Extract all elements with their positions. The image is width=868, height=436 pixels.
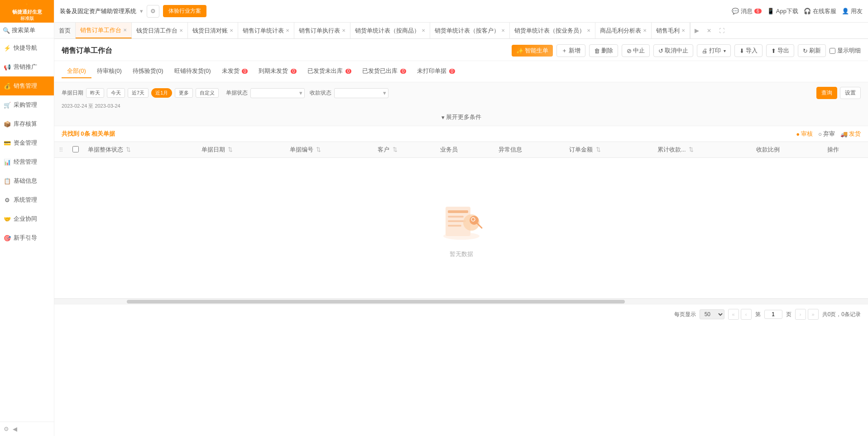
next-page-btn[interactable]: › bbox=[795, 309, 806, 320]
reset-btn[interactable]: 设置 bbox=[840, 87, 861, 99]
sidebar-item-basic-info[interactable]: 📋 基础信息 bbox=[0, 171, 54, 190]
filter-tab-pending-inspect-label: 待拣验货(0) bbox=[133, 67, 163, 74]
show-detail-checkbox[interactable]: 显示明细 bbox=[830, 47, 861, 55]
last-page-btn[interactable]: » bbox=[808, 309, 819, 320]
horizontal-scrollbar[interactable] bbox=[54, 299, 868, 304]
date-btn-yesterday[interactable]: 昨天 bbox=[86, 88, 104, 98]
col-number-label: 单据编号 bbox=[290, 146, 313, 153]
export-btn[interactable]: ⬆ 导出 bbox=[766, 44, 794, 57]
filter-tab-wangpu[interactable]: 旺铺待发货(0) bbox=[169, 65, 216, 78]
first-page-btn[interactable]: « bbox=[728, 309, 739, 320]
delete-btn[interactable]: 🗑 删除 bbox=[589, 44, 618, 57]
col-number-sort[interactable]: ⇅ bbox=[316, 146, 321, 153]
sidebar-item-sales[interactable]: 💰 销售管理 bbox=[0, 76, 54, 95]
col-amount-sort[interactable]: ⇅ bbox=[596, 146, 601, 153]
sidebar-item-guide[interactable]: 🎯 新手引导 bbox=[0, 228, 54, 247]
filter-tab-shipped-not-out[interactable]: 已发货未出库 0 bbox=[302, 65, 357, 78]
tab-reconcile[interactable]: 钱货日清对账 ✕ bbox=[188, 23, 238, 38]
print-btn[interactable]: 🖨 打印 ▾ bbox=[697, 44, 731, 57]
tab-margin-analysis-close[interactable]: ✕ bbox=[643, 28, 647, 33]
tab-home[interactable]: 首页 bbox=[54, 23, 76, 38]
overdue-unshipped-badge: 0 bbox=[291, 69, 297, 74]
tab-fullscreen-btn[interactable]: ⛶ bbox=[715, 23, 728, 38]
date-btn-1month[interactable]: 近1月 bbox=[151, 88, 172, 98]
tab-sales-workbench-close[interactable]: ✕ bbox=[123, 28, 127, 33]
topbar-settings-btn[interactable]: ⚙ bbox=[147, 5, 159, 18]
deliver-btn[interactable]: 🚚 发货 bbox=[840, 130, 861, 138]
col-collected-sort[interactable]: ⇅ bbox=[689, 146, 694, 153]
message-btn[interactable]: 💬 消息 6 bbox=[732, 7, 762, 15]
filter-tab-not-printed[interactable]: 未打印单据 0 bbox=[412, 65, 460, 78]
sidebar-item-marketing[interactable]: 📢 营销推广 bbox=[0, 57, 54, 76]
filter-tab-pending-inspect[interactable]: 待拣验货(0) bbox=[127, 65, 169, 78]
tab-daily-clear-close[interactable]: ✕ bbox=[179, 28, 183, 33]
audit-btn[interactable]: ● 审核 bbox=[796, 130, 813, 138]
sidebar-item-finance[interactable]: 💳 资金管理 bbox=[0, 133, 54, 152]
page-size-select[interactable]: 20 50 100 bbox=[700, 309, 724, 319]
sidebar-item-quick-nav[interactable]: ⚡ 快捷导航 bbox=[0, 38, 54, 57]
date-btn-custom[interactable]: 自定义 bbox=[196, 88, 219, 98]
page-input[interactable] bbox=[764, 310, 782, 319]
filter-tab-unshipped[interactable]: 未发货 0 bbox=[216, 65, 254, 78]
tab-customer-stats[interactable]: 销货单统计表（按客户） ✕ bbox=[430, 23, 510, 38]
result-text-suffix: 相关单据 bbox=[91, 130, 115, 137]
sidebar-item-enterprise[interactable]: 🤝 企业协同 bbox=[0, 209, 54, 228]
prev-page-btn[interactable]: ‹ bbox=[741, 309, 752, 320]
guide-icon: 🎯 bbox=[4, 234, 11, 242]
sidebar-item-purchase[interactable]: 🛒 采购管理 bbox=[0, 95, 54, 114]
filter-tab-all[interactable]: 全部(0) bbox=[62, 65, 91, 78]
app-download-btn[interactable]: 📱 App下载 bbox=[767, 7, 798, 15]
cancel-audit-btn[interactable]: ○ 弃审 bbox=[818, 130, 835, 138]
filter-tab-overdue-unshipped[interactable]: 到期未发货 0 bbox=[253, 65, 302, 78]
refresh-btn[interactable]: ↻ 刷新 bbox=[798, 44, 826, 57]
payment-filter-select[interactable] bbox=[334, 88, 388, 98]
tab-daily-clear[interactable]: 钱货日清工作台 ✕ bbox=[132, 23, 188, 38]
tab-margin-analysis[interactable]: 商品毛利分析表 ✕ bbox=[595, 23, 652, 38]
tab-goods-stats[interactable]: 销货单统计表（按商品） ✕ bbox=[350, 23, 430, 38]
cancel-stop-btn[interactable]: ↺ 取消中止 bbox=[653, 44, 693, 57]
tab-sales-margin-close[interactable]: ✕ bbox=[681, 28, 685, 33]
col-status-sort[interactable]: ⇅ bbox=[126, 146, 131, 153]
tab-customer-stats-close[interactable]: ✕ bbox=[501, 28, 505, 33]
sidebar-item-operations[interactable]: 📊 经营管理 bbox=[0, 152, 54, 171]
collapse-icon[interactable]: ◀ bbox=[13, 426, 17, 432]
date-btn-7days[interactable]: 近7天 bbox=[128, 88, 149, 98]
tab-salesperson-stats-close[interactable]: ✕ bbox=[587, 28, 590, 33]
tab-sales-workbench[interactable]: 销售订单工作台 ✕ bbox=[76, 23, 132, 38]
tab-salesperson-stats[interactable]: 销货单统计表（按业务员） ✕ bbox=[510, 23, 595, 38]
tab-scroll-right-btn[interactable]: ▶ bbox=[690, 23, 703, 38]
ai-generate-btn[interactable]: ✨ 智能生单 bbox=[512, 45, 553, 57]
stop-btn[interactable]: ⊘ 中止 bbox=[622, 44, 650, 57]
filter-tab-shipped-out[interactable]: 已发货已出库 0 bbox=[357, 65, 412, 78]
expand-filter-btn[interactable]: ▾ 展开更多条件 bbox=[441, 113, 481, 121]
page-content: 销售订单工作台 ✨ 智能生单 ＋ 新增 🗑 删除 ⊘ bbox=[54, 39, 868, 436]
tab-goods-stats-close[interactable]: ✕ bbox=[422, 28, 425, 33]
add-btn[interactable]: ＋ 新增 bbox=[556, 44, 585, 57]
col-customer-sort[interactable]: ⇅ bbox=[393, 146, 398, 153]
date-btn-today[interactable]: 今天 bbox=[107, 88, 125, 98]
settings-bottom-icon[interactable]: ⚙ bbox=[4, 426, 9, 432]
tab-sales-stats-close[interactable]: ✕ bbox=[286, 28, 289, 33]
tab-reconcile-close[interactable]: ✕ bbox=[230, 28, 233, 33]
filter-tab-pending-audit[interactable]: 待审核(0) bbox=[91, 65, 127, 78]
status-filter-select[interactable] bbox=[250, 88, 305, 98]
sidebar-item-system[interactable]: ⚙ 系统管理 bbox=[0, 190, 54, 209]
query-btn[interactable]: 查询 bbox=[816, 87, 837, 99]
select-all-checkbox[interactable] bbox=[72, 146, 79, 152]
sidebar-item-inventory[interactable]: 📦 库存核算 bbox=[0, 114, 54, 133]
scroll-thumb[interactable] bbox=[127, 300, 625, 303]
sidebar-search[interactable]: 🔍 搜索菜单 bbox=[0, 23, 54, 38]
tab-sales-exec-close[interactable]: ✕ bbox=[342, 28, 345, 33]
tab-sales-stats[interactable]: 销售订单统计表 ✕ bbox=[238, 23, 294, 38]
tab-sales-exec[interactable]: 销售订单执行表 ✕ bbox=[294, 23, 350, 38]
import-btn[interactable]: ⬇ 导入 bbox=[734, 44, 762, 57]
stop-btn-label: 中止 bbox=[633, 47, 645, 55]
industry-solution-btn[interactable]: 体验行业方案 bbox=[163, 5, 206, 17]
tab-close-all-btn[interactable]: ✕ bbox=[703, 23, 715, 38]
user-menu-btn[interactable]: 👤 用友 bbox=[842, 7, 863, 15]
date-btn-more[interactable]: 更多 bbox=[175, 88, 193, 98]
online-service-btn[interactable]: 🎧 在线客服 bbox=[804, 7, 836, 15]
show-detail-input[interactable] bbox=[830, 48, 835, 54]
col-date-sort[interactable]: ⇅ bbox=[228, 146, 233, 153]
tab-sales-margin[interactable]: 销售毛利 ✕ bbox=[652, 23, 690, 38]
